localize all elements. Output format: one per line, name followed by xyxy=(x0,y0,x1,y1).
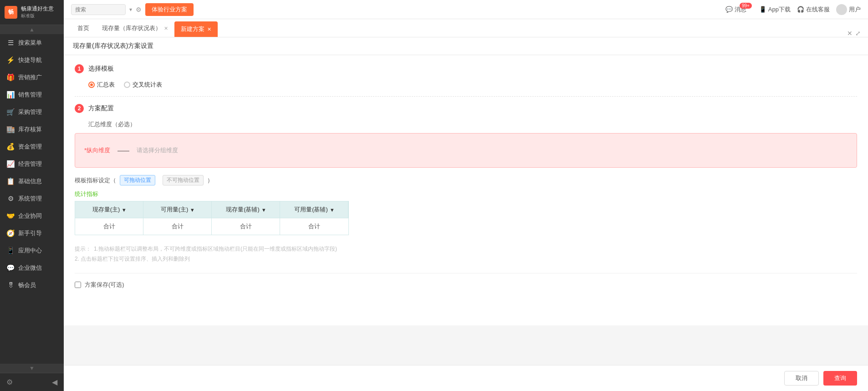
sidebar-item-wechat[interactable]: 💬 企业微信 xyxy=(0,259,64,277)
sidebar-item-purchase[interactable]: 🛒 采购管理 xyxy=(0,103,64,121)
stat-col-0-header[interactable]: 现存量(主) ▾ xyxy=(75,201,143,218)
stat-grid: 现存量(主) ▾ 可用量(主) ▾ 现存量(基辅) ▾ 可用量(基辅) ▾ xyxy=(75,201,349,235)
sidebar-item-inventory[interactable]: 🏬 库存核算 xyxy=(0,121,64,138)
dimension-placeholder: 请选择分组维度 xyxy=(137,146,178,154)
online-service-button[interactable]: 🎧 在线客服 xyxy=(797,5,830,14)
sidebar-item-label: 企业协同 xyxy=(18,212,42,220)
headset-icon: 🎧 xyxy=(797,6,804,13)
save-section: 方案保存(可选) xyxy=(75,273,857,289)
sidebar-item-basic[interactable]: 📋 基础信息 xyxy=(0,173,64,190)
sidebar-item-label: 应用中心 xyxy=(18,247,42,255)
system-icon: ⚙ xyxy=(6,195,15,203)
avatar-image xyxy=(836,4,847,15)
user-avatar[interactable]: 用户 xyxy=(836,4,861,15)
radio-summary[interactable]: 汇总表 xyxy=(88,81,115,89)
template-options: 汇总表 交叉统计表 xyxy=(88,81,857,89)
save-label: 方案保存(可选) xyxy=(85,281,124,289)
dimension-box[interactable]: *纵向维度 —— 请选择分组维度 xyxy=(75,133,857,168)
sidebar-item-quicknav[interactable]: ⚡ 快捷导航 xyxy=(0,51,64,69)
sidebar-item-search[interactable]: ☰ 搜索菜单 xyxy=(0,34,64,51)
window-minimize-icon[interactable]: ✕ xyxy=(847,30,853,37)
non-draggable-badge: 不可拖动位置 xyxy=(163,175,204,185)
sidebar-item-label: 新手引导 xyxy=(18,229,42,237)
newbie-icon: 🧭 xyxy=(6,229,15,237)
wechat-icon: 💬 xyxy=(6,264,15,272)
sidebar-item-marketing[interactable]: 🎁 营销推广 xyxy=(0,69,64,86)
sidebar-item-label: 销售管理 xyxy=(18,91,42,99)
draggable-badge: 可拖动位置 xyxy=(120,175,155,185)
topbar: ▾ ⚙ 体验行业方案 💬 消息 99+ 📱 App下载 🎧 在线客服 用户 xyxy=(64,0,868,19)
stat-col-2-header[interactable]: 现存量(基辅) ▾ xyxy=(212,201,280,218)
collapse-icon[interactable]: ◀ xyxy=(52,378,57,386)
search-menu-icon: ☰ xyxy=(6,39,15,47)
sidebar-item-label: 企业微信 xyxy=(18,264,42,272)
step2-badge: 2 xyxy=(75,104,84,113)
sidebar-item-management[interactable]: 📈 经营管理 xyxy=(0,155,64,173)
tab-new-scheme[interactable]: 新建方案 ✕ xyxy=(174,21,218,37)
service-label: 在线客服 xyxy=(806,5,830,14)
tips-section: 提示： 1.拖动标题栏可以调整布局，不可跨维度或指标区域拖动栏目(只能在同一维度… xyxy=(75,244,857,264)
tip-title: 提示： xyxy=(75,244,91,254)
sidebar-scroll-up[interactable]: ▲ xyxy=(0,25,64,34)
sidebar-item-label: 经营管理 xyxy=(18,160,42,168)
tab-inventory[interactable]: 现存量（库存状况表） ✕ xyxy=(96,21,174,37)
sidebar-footer: ⚙ ◀ xyxy=(0,373,64,391)
member-icon: 🎖 xyxy=(6,281,15,289)
stat-col-1-body: 合计 xyxy=(143,218,212,235)
stat-col-0-label: 现存量(主) xyxy=(92,206,120,214)
stat-col-1-header[interactable]: 可用量(主) ▾ xyxy=(143,201,212,218)
cancel-button[interactable]: 取消 xyxy=(784,371,819,386)
app-download-button[interactable]: 📱 App下载 xyxy=(759,5,791,14)
scheme-panel: 1 选择模板 汇总表 交叉统计表 2 方案配置 汇总维度（必选） xyxy=(64,55,868,325)
window-expand-icon[interactable]: ⤢ xyxy=(855,30,861,37)
step1-header: 1 选择模板 xyxy=(75,64,857,73)
sidebar-item-label: 畅会员 xyxy=(18,281,36,289)
radio-cross[interactable]: 交叉统计表 xyxy=(124,81,162,89)
message-button[interactable]: 💬 消息 99+ xyxy=(725,5,746,14)
indicator-setting-suffix: ） xyxy=(207,176,213,185)
tab-new-close-icon[interactable]: ✕ xyxy=(207,26,211,32)
tab-inventory-label: 现存量（库存状况表） xyxy=(102,24,161,32)
sidebar-nav: ☰ 搜索菜单 ⚡ 快捷导航 🎁 营销推广 📊 销售管理 🛒 采购管理 🏬 库存核… xyxy=(0,34,64,364)
sidebar-item-label: 基础信息 xyxy=(18,177,42,185)
message-badge: 99+ xyxy=(740,3,752,9)
tab-new-label: 新建方案 xyxy=(181,25,204,33)
sidebar-item-member[interactable]: 🎖 畅会员 xyxy=(0,277,64,294)
stat-col-3-header[interactable]: 可用量(基辅) ▾ xyxy=(280,201,348,218)
tab-home[interactable]: 首页 xyxy=(71,21,96,37)
main-area: ▾ ⚙ 体验行业方案 💬 消息 99+ 📱 App下载 🎧 在线客服 用户 xyxy=(64,0,868,391)
dimension-label: 汇总维度（必选） xyxy=(88,120,857,129)
settings-icon[interactable]: ⚙ xyxy=(6,378,13,386)
tab-home-label: 首页 xyxy=(77,24,89,32)
dimension-separator: —— xyxy=(117,147,129,154)
step1-badge: 1 xyxy=(75,64,84,73)
tip-1: 提示： 1.拖动标题栏可以调整布局，不可跨维度或指标区域拖动栏目(只能在同一维度… xyxy=(75,244,857,254)
sidebar-item-newbie[interactable]: 🧭 新手引导 xyxy=(0,225,64,242)
management-icon: 📈 xyxy=(6,160,15,168)
sidebar-item-system[interactable]: ⚙ 系统管理 xyxy=(0,190,64,207)
save-checkbox[interactable] xyxy=(75,282,81,288)
search-input[interactable] xyxy=(71,4,126,15)
trial-button[interactable]: 体验行业方案 xyxy=(145,3,194,16)
stat-col-3-label: 可用量(基辅) xyxy=(294,206,328,214)
sidebar-scroll-down[interactable]: ▼ xyxy=(0,364,64,373)
basic-icon: 📋 xyxy=(6,177,15,185)
radio-summary-label: 汇总表 xyxy=(97,81,115,89)
sidebar-item-sales[interactable]: 📊 销售管理 xyxy=(0,86,64,103)
stat-col-0-body: 合计 xyxy=(75,218,143,235)
phone-icon: 📱 xyxy=(759,6,766,13)
collab-icon: 🤝 xyxy=(6,212,15,220)
stat-col-3-body: 合计 xyxy=(280,218,348,235)
indicator-setting: 模板指标设定（ 可拖动位置 不可拖动位置 ） xyxy=(75,175,857,185)
sidebar-item-label: 搜索菜单 xyxy=(18,39,42,47)
sidebar-logo: 畅 畅康通好生意 标准版 xyxy=(0,0,64,25)
topbar-gear-icon[interactable]: ⚙ xyxy=(136,6,142,13)
query-button[interactable]: 查询 xyxy=(823,371,857,386)
step2-header: 2 方案配置 xyxy=(75,104,857,113)
sidebar-item-appstore[interactable]: 📱 应用中心 xyxy=(0,242,64,259)
sidebar-item-collab[interactable]: 🤝 企业协同 xyxy=(0,207,64,225)
dropdown-arrow-icon[interactable]: ▾ xyxy=(129,6,132,13)
sidebar-item-finance[interactable]: 💰 资金管理 xyxy=(0,138,64,155)
inventory-icon: 🏬 xyxy=(6,125,15,134)
tab-inventory-close-icon[interactable]: ✕ xyxy=(164,26,168,31)
